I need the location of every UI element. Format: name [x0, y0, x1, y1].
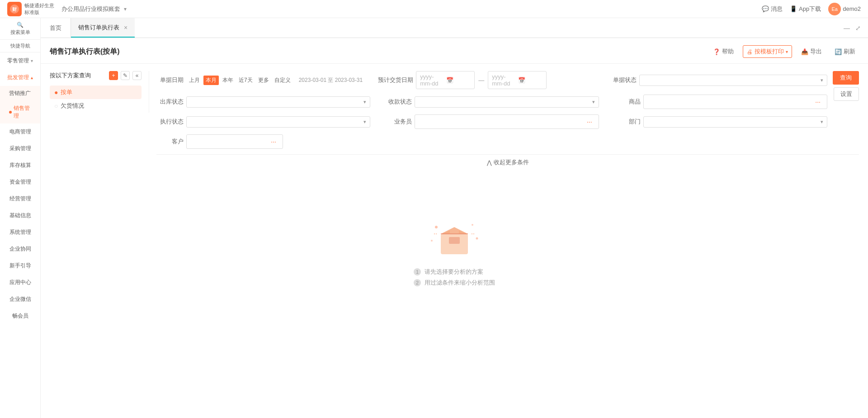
- query-button[interactable]: 查询: [833, 71, 859, 85]
- collect-status-select[interactable]: ▾: [415, 96, 599, 108]
- expected-date-start[interactable]: yyyy-mm-dd 📅: [416, 71, 475, 89]
- phone-icon: 📱: [790, 5, 797, 12]
- salesperson-ellipsis[interactable]: ···: [584, 117, 595, 126]
- tip-number-1: 1: [414, 268, 421, 276]
- dept-label: 部门: [613, 118, 641, 126]
- tip-number-2: 2: [414, 279, 421, 286]
- sidebar-item-purchase[interactable]: 采购管理: [0, 140, 40, 157]
- date-tab-thisyear[interactable]: 本年: [221, 76, 235, 85]
- avatar-image: Ea: [828, 3, 841, 15]
- refresh-icon: 🔄: [835, 48, 842, 55]
- sidebar-item-enterprise[interactable]: 企业协同: [0, 241, 40, 257]
- marketing-label: 营销推广: [9, 90, 31, 97]
- date-dash: —: [477, 77, 485, 84]
- expected-date-end[interactable]: yyyy-mm-dd 📅: [488, 71, 547, 89]
- print-button[interactable]: 🖨 按模板打印 ▾: [743, 45, 792, 58]
- top-bar-right: 💬 消息 📱 App下载 Ea demo2: [762, 3, 861, 15]
- sidebar-item-ecommerce[interactable]: 电商管理: [0, 124, 40, 140]
- sidebar-group-wholesale: 营销推广 销售管理: [0, 86, 40, 124]
- fast-nav-label: 快捷导航: [4, 43, 37, 49]
- order-status-select[interactable]: ▾: [639, 75, 827, 86]
- add-scheme-button[interactable]: +: [109, 71, 118, 80]
- collapse-button[interactable]: ⋀ 收起更多条件: [487, 158, 529, 166]
- collapse-scheme-button[interactable]: «: [132, 71, 142, 80]
- export-button[interactable]: 📥 导出: [797, 46, 826, 57]
- ship-status-label: 出库状态: [156, 98, 184, 106]
- page-title: 销售订单执行表(按单): [50, 47, 120, 57]
- sidebar-item-operations[interactable]: 经营管理: [0, 190, 40, 207]
- svg-point-9: [472, 224, 473, 226]
- page-header: 销售订单执行表(按单) ❓ 帮助 🖨 按模板打印 ▾: [41, 38, 868, 64]
- sidebar-item-newuser[interactable]: 新手引导: [0, 257, 40, 274]
- exec-status-label: 执行状态: [156, 118, 184, 126]
- sidebar-item-system[interactable]: 系统管理: [0, 224, 40, 241]
- refresh-button[interactable]: 🔄 刷新: [831, 46, 859, 57]
- date-tab-7days[interactable]: 近7天: [237, 76, 255, 85]
- expand-icon[interactable]: ⤢: [855, 24, 861, 32]
- message-button[interactable]: 💬 消息: [762, 5, 783, 13]
- goods-group: 商品 ···: [613, 95, 827, 109]
- minimize-icon[interactable]: —: [844, 24, 850, 32]
- customer-ellipsis[interactable]: ···: [268, 137, 279, 146]
- logo-area: 财 畅捷通好生意 标准版: [7, 2, 54, 16]
- sales-label: 销售管理: [14, 104, 35, 120]
- date-tab-lastmonth[interactable]: 上月: [187, 76, 202, 85]
- filter-right-panel: 单据日期 上月 本月 本年 近7天 更多 自定义: [156, 71, 859, 170]
- date-filter-group: 单据日期 上月 本月 本年 近7天 更多 自定义: [156, 76, 363, 85]
- tab-close-icon[interactable]: ×: [124, 24, 127, 31]
- active-dot: [9, 111, 12, 114]
- sidebar-group-item-marketing[interactable]: 营销推广: [0, 86, 40, 101]
- scheme-item-shortage[interactable]: ○ 欠货情况: [50, 99, 142, 113]
- tab-expand-area: — ⤢: [836, 18, 868, 38]
- date-tab-more[interactable]: 更多: [256, 76, 271, 85]
- message-icon: 💬: [762, 5, 769, 12]
- sidebar-fast-nav[interactable]: 快捷导航: [0, 40, 40, 52]
- sidebar: 🔍 搜索菜单 快捷导航 零售管理 ▾ 批发管理 ▴ 营销推广: [0, 18, 41, 418]
- date-tab-custom[interactable]: 自定义: [273, 76, 292, 85]
- sidebar-item-wholesale[interactable]: 批发管理 ▴: [0, 69, 40, 86]
- top-bar-left: 财 畅捷通好生意 标准版 办公用品行业模拟账套 ▾: [7, 2, 127, 16]
- expected-date-group: 预计交货日期 yyyy-mm-dd 📅 — yyyy-mm-dd: [377, 71, 595, 89]
- edit-scheme-button[interactable]: ✎: [121, 71, 130, 80]
- scheme-item-single[interactable]: ● 按单: [50, 86, 142, 99]
- sidebar-item-inventory[interactable]: 库存核算: [0, 157, 40, 174]
- dept-dropdown-icon: ▾: [821, 119, 823, 125]
- filter-row-3: 执行状态 ▾ 业务员: [156, 114, 827, 129]
- filter-left-header: 按以下方案查询 + ✎ «: [50, 71, 142, 80]
- top-bar-dropdown-icon[interactable]: ▾: [124, 6, 127, 12]
- tab-home[interactable]: 首页: [41, 18, 71, 38]
- salesperson-input[interactable]: ···: [415, 114, 599, 129]
- ship-status-select[interactable]: ▾: [186, 96, 370, 108]
- date-tab-thismonth[interactable]: 本月: [203, 76, 219, 85]
- sidebar-item-basic[interactable]: 基础信息: [0, 207, 40, 224]
- sidebar-search[interactable]: 🔍 搜索菜单: [0, 18, 40, 40]
- help-button[interactable]: ❓ 帮助: [709, 46, 737, 57]
- sidebar-item-finance[interactable]: 资金管理: [0, 174, 40, 190]
- scheme-single-label: 按单: [61, 88, 72, 96]
- filter-left-actions: + ✎ «: [109, 71, 142, 80]
- ship-dropdown-icon: ▾: [363, 99, 366, 105]
- page-header-actions: ❓ 帮助 🖨 按模板打印 ▾ 📥 导出: [709, 45, 859, 58]
- goods-input[interactable]: ···: [643, 95, 827, 109]
- app-download-button[interactable]: 📱 App下载: [790, 5, 821, 13]
- sidebar-item-appstore[interactable]: 应用中心: [0, 274, 40, 291]
- filter-query-col: 查询 设置: [827, 71, 859, 101]
- calendar-start-icon: 📅: [446, 77, 471, 84]
- goods-ellipsis[interactable]: ···: [812, 97, 823, 106]
- filter-row-1: 单据日期 上月 本月 本年 近7天 更多 自定义: [156, 71, 827, 89]
- sidebar-item-member[interactable]: 畅会员: [0, 308, 40, 324]
- dept-select[interactable]: ▾: [643, 116, 827, 128]
- customer-input[interactable]: ···: [186, 134, 283, 149]
- export-icon: 📥: [801, 48, 808, 55]
- filter-row-4: 客户 ···: [156, 134, 827, 149]
- sidebar-item-wechat[interactable]: 企业微信: [0, 291, 40, 308]
- tab-active[interactable]: 销售订单执行表 ×: [71, 18, 135, 38]
- user-avatar[interactable]: Ea demo2: [828, 3, 861, 15]
- exec-status-select[interactable]: ▾: [186, 116, 370, 128]
- settings-button[interactable]: 设置: [834, 87, 859, 101]
- sidebar-group-item-sales[interactable]: 销售管理: [0, 101, 40, 124]
- empty-svg: [427, 214, 481, 259]
- customer-group: 客户 ···: [156, 134, 283, 149]
- filter-left-title: 按以下方案查询: [50, 71, 91, 80]
- sidebar-item-retail[interactable]: 零售管理 ▾: [0, 52, 40, 69]
